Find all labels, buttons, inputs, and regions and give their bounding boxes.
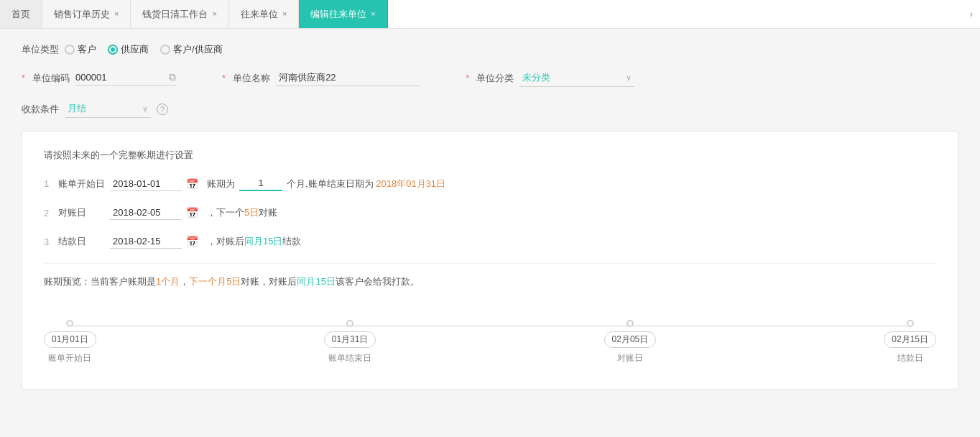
step-desc-3: ，对账后同月15日结款 [207, 235, 301, 248]
tab-edit-partner[interactable]: 编辑往来单位 × [299, 0, 387, 28]
step-date-input-1[interactable] [110, 177, 182, 191]
unit-info-row: * 单位编码 ⧉ * 单位名称 * 单位分类 未分类 ∨ [22, 69, 958, 87]
calendar-icon-2[interactable]: 📅 [186, 207, 198, 218]
node-date-1: 01月31日 [324, 331, 376, 348]
unit-type-field: 单位类型 客户 供应商 客户/供应商 [22, 43, 223, 56]
step-desc-2: ，下一个5日对账 [207, 206, 277, 219]
chevron-down-icon-2: ∨ [142, 104, 148, 114]
calendar-icon-3[interactable]: 📅 [186, 236, 198, 247]
radio-both[interactable]: 客户/供应商 [160, 43, 223, 56]
unit-code-label: 单位编码 [32, 72, 70, 85]
step-date-field-1: 📅 [110, 177, 198, 191]
calendar-icon-1[interactable]: 📅 [186, 178, 198, 190]
node-dot-3 [907, 320, 914, 327]
step-row-3: 3 结款日 📅 ，对账后同月15日结款 [44, 234, 936, 249]
unit-category-star: * [466, 73, 469, 83]
step-desc-3-suffix: 结款 [282, 236, 301, 247]
radio-both-label: 客户/供应商 [173, 43, 223, 56]
node-sublabel-2: 对账日 [617, 352, 643, 364]
step-num-2: 2 [44, 208, 58, 218]
step-desc-2-orange: 5日 [244, 207, 259, 218]
step-date-field-2: 📅 [110, 206, 198, 220]
unit-category-value: 未分类 [522, 71, 623, 84]
tab-cash-work[interactable]: 钱货日清工作台 × [131, 0, 228, 28]
step-date-input-3[interactable] [110, 234, 182, 249]
unit-name-input[interactable] [276, 70, 420, 86]
preview-suffix: 该客户会给我打款。 [336, 276, 420, 287]
node-date-2: 02月05日 [604, 331, 657, 348]
close-cash-work[interactable]: × [212, 10, 216, 18]
page-content: 单位类型 客户 供应商 客户/供应商 * 单位编码 [0, 29, 980, 437]
close-partner-list[interactable]: × [282, 10, 287, 18]
payment-terms-row: 收款条件 月结 ∨ ? [22, 100, 958, 118]
tab-sales-history[interactable]: 销售订单历史 × [42, 0, 131, 28]
step-date-field-3: 📅 [110, 234, 198, 249]
preview-mid2: 对账，对账后 [241, 276, 297, 287]
unit-type-row: 单位类型 客户 供应商 客户/供应商 [22, 43, 958, 56]
step-label-3: 结款日 [58, 235, 101, 248]
step-period-label: 账期为 [207, 178, 235, 190]
unit-code-input[interactable] [75, 72, 169, 83]
close-sales-history[interactable]: × [114, 10, 119, 18]
close-edit-partner[interactable]: × [371, 10, 375, 18]
chevron-down-icon: ∨ [626, 73, 632, 83]
tab-bar: 首页 销售订单历史 × 钱货日清工作台 × 往来单位 × 编辑往来单位 × › [0, 0, 980, 29]
unit-name-label: 单位名称 [233, 72, 270, 85]
node-dot-1 [346, 320, 353, 327]
node-date-3: 02月15日 [884, 331, 936, 348]
unit-code-input-wrapper: ⧉ [75, 71, 176, 86]
section-title: 请按照未来的一个完整帐期进行设置 [44, 149, 936, 162]
node-sublabel-1: 账单结束日 [328, 352, 371, 364]
payment-terms-select[interactable]: 月结 ∨ [65, 100, 151, 118]
payment-terms-label: 收款条件 [22, 103, 59, 116]
preview-orange2: 下一个月5日 [189, 276, 241, 287]
unit-category-field: * 单位分类 未分类 ∨ [466, 69, 634, 87]
payment-terms-field: 收款条件 月结 ∨ ? [22, 100, 168, 118]
unit-code-field: * 单位编码 ⧉ [22, 71, 176, 86]
tab-home[interactable]: 首页 [0, 0, 42, 28]
radio-both-circle [160, 45, 170, 55]
node-date-0: 01月01日 [44, 331, 96, 348]
chevron-right-icon: › [970, 9, 973, 19]
tab-partner-list-label: 往来单位 [241, 8, 278, 21]
copy-icon[interactable]: ⧉ [169, 71, 176, 83]
period-end-date: 2018年01月31日 [376, 178, 445, 189]
period-settings-section: 请按照未来的一个完整帐期进行设置 1 账单开始日 📅 账期为 个月,账单结束日期… [22, 131, 958, 390]
step-desc-2-suffix: 对账 [259, 207, 277, 218]
preview-text: 账期预览：当前客户账期是1个月，下一个月5日对账，对账后同月15日该客户会给我打… [44, 263, 936, 288]
radio-customer-label: 客户 [78, 43, 96, 56]
timeline-node-2: 02月05日 对账日 [604, 320, 657, 364]
preview-prefix: 账期预览：当前客户账期是 [44, 276, 156, 287]
unit-name-field: * 单位名称 [222, 70, 420, 86]
preview-orange1: 1个月 [156, 276, 180, 287]
radio-customer[interactable]: 客户 [65, 43, 96, 56]
tab-partner-list[interactable]: 往来单位 × [229, 0, 299, 28]
unit-category-label: 单位分类 [476, 72, 514, 85]
radio-supplier-circle [108, 45, 118, 55]
unit-name-star: * [222, 73, 226, 83]
timeline: 01月01日 账单开始日 01月31日 账单结束日 02月05日 对账日 02月… [44, 305, 936, 372]
period-unit-text: 个月,账单结束日期为 [287, 178, 374, 189]
payment-terms-value: 月结 [68, 102, 139, 115]
step-label-1: 账单开始日 [58, 178, 101, 190]
unit-category-select[interactable]: 未分类 ∨ [519, 69, 634, 87]
tab-more-button[interactable]: › [963, 0, 980, 28]
step-label-2: 对账日 [58, 206, 101, 219]
step-date-input-2[interactable] [110, 206, 182, 220]
step-num-1: 1 [44, 178, 58, 189]
period-value-input[interactable] [239, 176, 282, 191]
step-row-1: 1 账单开始日 📅 账期为 个月,账单结束日期为 2018年01月31日 [44, 176, 936, 191]
step-row-2: 2 对账日 📅 ，下一个5日对账 [44, 206, 936, 220]
timeline-node-0: 01月01日 账单开始日 [44, 320, 96, 364]
tab-edit-partner-label: 编辑往来单位 [310, 8, 366, 21]
tab-sales-history-label: 销售订单历史 [54, 8, 110, 21]
node-dot-0 [66, 320, 73, 327]
unit-code-star: * [22, 73, 25, 83]
radio-customer-circle [65, 45, 75, 55]
node-sublabel-0: 账单开始日 [48, 352, 91, 364]
radio-supplier[interactable]: 供应商 [108, 43, 149, 56]
radio-supplier-label: 供应商 [121, 43, 149, 56]
node-sublabel-3: 结款日 [897, 352, 923, 364]
help-icon[interactable]: ? [157, 104, 168, 115]
unit-type-label: 单位类型 [22, 43, 59, 56]
